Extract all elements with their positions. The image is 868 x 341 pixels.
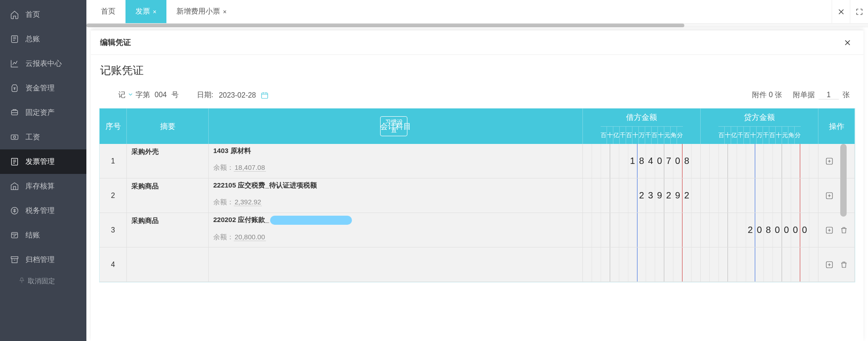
sidebar-item-asset[interactable]: 固定资产	[0, 100, 86, 125]
digit-header-cell: 十	[607, 127, 613, 144]
svg-point-3	[14, 136, 16, 138]
sidebar: 首页总账云报表中心资金管理固定资产工资发票管理库存核算税务管理结账归档管理 取消…	[0, 0, 86, 341]
digit-header-cell: 万	[639, 127, 645, 144]
tab-bar: 首页发票×新增费用小票×	[86, 0, 868, 24]
sidebar-item-chart[interactable]: 云报表中心	[0, 51, 86, 76]
digit-header-cell: 十	[658, 127, 664, 144]
col-header-account: 会计科目 习惯设置	[209, 109, 583, 144]
hao-label: 号	[171, 90, 179, 100]
row-ops	[818, 178, 855, 213]
money-icon	[8, 83, 21, 93]
digit-header-cell: 百	[652, 127, 658, 144]
add-row-button[interactable]	[824, 225, 834, 235]
digit-header-cell: 千	[645, 127, 652, 144]
sidebar-item-close-period[interactable]: 结账	[0, 223, 86, 247]
digit-header-cell: 百	[718, 127, 725, 144]
row-credit-amount[interactable]	[701, 144, 818, 178]
sidebar-item-tax[interactable]: 税务管理	[0, 198, 86, 223]
unpin-sidebar-button[interactable]: 取消固定	[0, 272, 86, 290]
invoice-icon	[8, 157, 21, 167]
add-row-button[interactable]	[824, 260, 834, 270]
row-credit-amount[interactable]	[701, 247, 818, 282]
row-debit-amount[interactable]	[583, 213, 701, 247]
digit-header-cell: 十	[725, 127, 731, 144]
row-account[interactable]: 1403 原材料余额：18,407.08	[209, 144, 583, 178]
table-vertical-scrollbar[interactable]	[840, 144, 847, 282]
row-debit-amount[interactable]	[583, 247, 701, 282]
sidebar-item-inventory[interactable]: 库存核算	[0, 174, 86, 198]
tab-首页[interactable]: 首页	[91, 0, 125, 23]
row-seq: 4	[100, 247, 127, 282]
attachment-count-label[interactable]: 附件 0 张	[752, 90, 782, 100]
balance-line: 余额：18,407.08	[213, 163, 578, 172]
chart-icon	[8, 59, 21, 69]
fullscreen-button[interactable]	[850, 0, 868, 23]
sidebar-item-ledger[interactable]: 总账	[0, 27, 86, 51]
sidebar-item-home[interactable]: 首页	[0, 2, 86, 27]
digit-header-cell: 百	[744, 127, 750, 144]
digit-header-cell: 十	[750, 127, 757, 144]
row-summary[interactable]: 采购商品	[127, 178, 209, 213]
horizontal-scrollbar[interactable]	[86, 24, 868, 27]
row-debit-amount[interactable]: 1840708	[583, 144, 701, 178]
archive-icon	[8, 255, 21, 265]
digit-header-cell: 角	[788, 127, 795, 144]
row-account[interactable]	[209, 247, 583, 282]
voucher-number-input[interactable]: 004	[150, 91, 171, 99]
row-summary[interactable]	[127, 247, 209, 282]
digit-header-cell: 万	[757, 127, 763, 144]
attach-doc-count-input[interactable]: 1	[818, 91, 839, 99]
row-seq: 2	[100, 178, 127, 213]
tab-label: 发票	[135, 7, 150, 16]
voucher-row: 3采购商品220202 应付账款_余额：20,800.002080000	[100, 213, 855, 247]
col-header-ops: 操作	[818, 109, 855, 144]
row-summary[interactable]: 采购商品	[127, 213, 209, 247]
sidebar-item-label: 云报表中心	[25, 59, 62, 69]
main-area: 首页发票×新增费用小票× 编辑凭证 记账凭证 记	[86, 0, 868, 341]
sidebar-item-money[interactable]: 资金管理	[0, 76, 86, 100]
row-account[interactable]: 222105 应交税费_待认证进项税额余额：2,392.92	[209, 178, 583, 213]
sidebar-item-invoice[interactable]: 发票管理	[0, 149, 86, 174]
date-value[interactable]: 2023-02-28	[219, 91, 256, 99]
account-text[interactable]: 220202 应付账款_	[213, 216, 578, 225]
tab-label: 新增费用小票	[176, 7, 220, 16]
digit-header-cell: 分	[795, 127, 801, 144]
add-row-button[interactable]	[824, 191, 834, 201]
close-tab-button[interactable]	[832, 0, 850, 23]
calendar-icon[interactable]	[261, 91, 269, 99]
row-summary[interactable]: 采购外壳	[127, 144, 209, 178]
sidebar-item-salary[interactable]: 工资	[0, 125, 86, 149]
asset-icon	[8, 108, 21, 118]
zidi-label: 字第	[135, 90, 150, 100]
voucher-meta-bar: 记 字第 004 号 日期: 2023-02-28 附件 0 张	[91, 86, 863, 108]
add-row-button[interactable]	[824, 156, 834, 166]
row-credit-amount[interactable]	[701, 178, 818, 213]
digit-header-cell: 百	[769, 127, 776, 144]
balance-line: 余额：2,392.92	[213, 198, 578, 207]
sidebar-item-label: 税务管理	[25, 206, 55, 216]
sidebar-item-archive[interactable]: 归档管理	[0, 247, 86, 272]
voucher-type-label[interactable]: 记	[118, 90, 125, 100]
close-icon[interactable]: ×	[153, 8, 156, 15]
tab-label: 首页	[101, 7, 115, 16]
sidebar-item-label: 库存核算	[25, 182, 55, 191]
zhang-label: 张	[843, 90, 850, 100]
account-text[interactable]: 1403 原材料	[213, 147, 578, 155]
chevron-down-icon[interactable]	[127, 91, 134, 99]
row-credit-amount[interactable]: 2080000	[701, 213, 818, 247]
close-panel-button[interactable]	[841, 36, 854, 49]
salary-icon	[8, 132, 21, 142]
account-text[interactable]: 222105 应交税费_待认证进项税额	[213, 181, 578, 190]
sidebar-item-label: 首页	[25, 10, 40, 20]
tab-新增费用小票[interactable]: 新增费用小票×	[166, 0, 236, 23]
digit-header-cell: 角	[671, 127, 677, 144]
unpin-label: 取消固定	[28, 277, 55, 286]
col-header-credit: 贷方金额 百十亿千百十万千百十元角分	[701, 109, 818, 144]
row-debit-amount[interactable]: 239292	[583, 178, 701, 213]
habit-settings-button[interactable]: 习惯设置	[380, 116, 407, 136]
inventory-icon	[8, 181, 21, 191]
tab-发票[interactable]: 发票×	[125, 0, 166, 23]
svg-rect-6	[11, 232, 17, 238]
row-account[interactable]: 220202 应付账款_余额：20,800.00	[209, 213, 583, 247]
close-icon[interactable]: ×	[223, 8, 226, 15]
